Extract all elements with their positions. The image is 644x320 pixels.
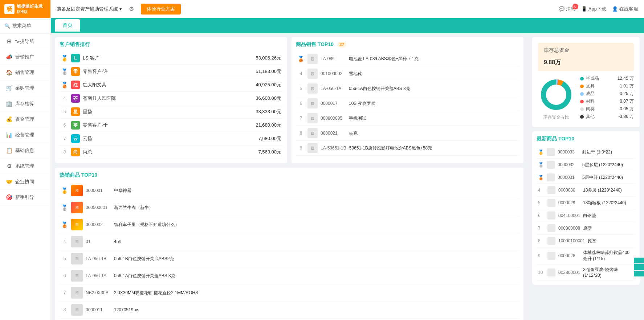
list-item: 🥇 0000033 封边带 (1.0*22) xyxy=(537,146,635,159)
table-row: 4 🖼 001000002 雪地靴 xyxy=(296,66,519,81)
xinshou-icon: 🎯 xyxy=(6,194,12,201)
product-thumbnail: 🖼 xyxy=(307,54,318,64)
system-title-dropdown[interactable]: 装备及固定资产辅助管理系统 ▾ xyxy=(57,6,122,12)
sidebar-item-qiye[interactable]: 🤝 企业协同 xyxy=(0,174,50,190)
stock-donut-chart xyxy=(538,77,574,113)
float-live[interactable]: 直播 xyxy=(634,271,644,276)
bestseller-list: 🥇 图 0000001 中华神器 🥈 图 000500001 新西兰牛肉（新牛）… xyxy=(60,182,519,320)
sidebar-item-label: 销售管理 xyxy=(15,69,34,76)
bestseller-title: 热销商品 TOP10 xyxy=(60,172,519,179)
stock-unit: 万 xyxy=(555,59,561,65)
product-thumbnail: 图 xyxy=(71,270,83,282)
sidebar-item-label: 库存核算 xyxy=(15,100,34,107)
list-item: 🥉 0000031 5层中纤 (1220*2440) xyxy=(537,171,635,184)
table-row: 🥉 红 红太阳文具 40,925.00元 xyxy=(60,78,283,92)
legend-dot xyxy=(580,77,584,81)
product-thumbnail: 图 xyxy=(71,287,83,299)
legend-item: 肉类 -0.05 万 xyxy=(580,106,634,112)
product-thumbnail xyxy=(547,212,555,220)
legend-item: 材料 0.07 万 xyxy=(580,98,634,104)
medal-silver-icon: 🥈 xyxy=(61,204,68,211)
customer-ranking-title: 客户销售排行 xyxy=(60,41,283,48)
search-menu-button[interactable]: 🔍 搜索菜单 xyxy=(4,21,46,30)
top-products-sold-list: 🥉 🖼 LA-089 电池盖 LA-089 ABS本色+黑种 7.1克 4 🖼 … xyxy=(296,52,519,156)
product-thumbnail: 图 xyxy=(71,304,83,316)
table-row: 8 🖼 0000021 夹克 xyxy=(296,126,519,141)
table-row: 4 图 01 45# xyxy=(60,233,519,250)
table-row: 🥇 图 0000001 中华神器 xyxy=(60,182,519,199)
trial-button[interactable]: 体验行业方案 xyxy=(141,4,181,15)
stock-highlight: 库存总资金 9.88万 xyxy=(538,43,634,71)
stock-title: 库存总资金 xyxy=(544,47,628,54)
sidebar-item-kuaijie[interactable]: ⊞ 快捷导航 xyxy=(0,34,50,49)
sidebar-item-caigou[interactable]: 🛒 采购管理 xyxy=(0,81,50,96)
legend-dot xyxy=(580,92,584,96)
sidebar-item-kucun[interactable]: 🏢 库存核算 xyxy=(0,96,50,112)
topbar: 装备及固定资产辅助管理系统 ▾ ⚙ 体验行业方案 💬 消息 6 📱 App下载 … xyxy=(51,0,644,18)
xitong-icon: ⚙ xyxy=(6,163,12,169)
medal-bronze-icon: 🥉 xyxy=(61,82,68,89)
new-products-title-highlight: TOP10 xyxy=(558,136,574,141)
product-thumbnail: 🖼 xyxy=(307,128,318,138)
table-row: 5 🖼 LA-056-1A 056-1A白色按键开关盖ABS 3壳 xyxy=(296,81,519,96)
legend-item: 半成品 12.45 万 xyxy=(580,75,634,82)
customer-avatar: 云 xyxy=(71,134,80,143)
online-service-button[interactable]: 👤 在线客服 xyxy=(612,6,638,12)
customer-avatar: 星 xyxy=(71,107,80,116)
float-community[interactable]: 服务社区 xyxy=(634,264,644,270)
sidebar-item-xinshou[interactable]: 🎯 新手引导 xyxy=(0,190,50,205)
left-section: 客户销售排行 🥇 L LS 客户 53,006.26元 🥈 零 零售客户·许 xyxy=(51,33,528,320)
float-customer-service[interactable]: 客服热线 xyxy=(634,258,644,263)
jingying-icon: 📊 xyxy=(6,132,12,138)
table-row: 7 云 云扬 7,680.00元 xyxy=(60,132,283,145)
service-icon: 👤 xyxy=(612,6,618,12)
product-thumbnail xyxy=(547,268,555,276)
sidebar-item-jingying[interactable]: 📊 经营管理 xyxy=(0,127,50,143)
table-row: 🥉 图 0000002 智利车子里（规格不知道填什么） xyxy=(60,216,519,233)
donut-container: 库存资金占比 半成品 12.45 万 文具 1.01 万 xyxy=(538,75,634,121)
customer-avatar: 红 xyxy=(71,81,80,89)
jichu-icon: 📋 xyxy=(6,147,12,154)
sidebar-item-label: 采购管理 xyxy=(15,85,34,91)
legend-dot xyxy=(580,115,584,119)
sidebar-item-xitong[interactable]: ⚙ 系统管理 xyxy=(0,159,50,174)
sidebar-item-xiaoshou[interactable]: 🏠 销售管理 xyxy=(0,65,50,81)
topbar-right: 💬 消息 6 📱 App下载 👤 在线客服 xyxy=(559,6,638,12)
app-name: 畅捷通好生意 xyxy=(17,4,43,9)
sidebar-item-label: 基础信息 xyxy=(15,147,34,154)
table-row: 9 🖼 LA-59651-1B 59651-1B旋转投影灯电池盒ABS黑色+58… xyxy=(296,141,519,156)
medal-gold-icon: 🥇 xyxy=(61,187,68,194)
stock-amount: 9.88万 xyxy=(544,55,628,67)
sidebar-item-yingxiao[interactable]: 📣 营销推广 xyxy=(0,49,50,65)
donut-legend: 半成品 12.45 万 文具 1.01 万 成品 0.25 万 xyxy=(580,75,634,121)
tab-home[interactable]: 首页 xyxy=(55,19,80,32)
kucun-icon: 🏢 xyxy=(6,100,12,107)
new-products-card: 最新商品 TOP10 🥇 0000033 封边带 (1.0*22) 🥈 0000… xyxy=(532,131,640,285)
list-item: 6 004100001 白钢垫 xyxy=(537,209,635,222)
sidebar-item-label: 企业协同 xyxy=(15,179,34,185)
bestseller-card: 热销商品 TOP10 🥇 图 0000001 中华神器 🥈 图 00050000… xyxy=(55,168,523,320)
legend-dot xyxy=(580,85,584,88)
system-title: 装备及固定资产辅助管理系统 xyxy=(57,6,118,12)
product-thumbnail: 🖼 xyxy=(307,113,318,123)
product-thumbnail: 🖼 xyxy=(307,143,318,153)
stock-chart-label: 库存资金占比 xyxy=(543,114,569,120)
message-button[interactable]: 💬 消息 6 xyxy=(559,6,575,12)
sidebar-item-label: 资金管理 xyxy=(15,116,34,123)
chevron-down-icon: ▾ xyxy=(119,6,122,12)
sidebar-item-jichu[interactable]: 📋 基础信息 xyxy=(0,143,50,159)
sidebar-item-zijin[interactable]: 💰 资金管理 xyxy=(0,112,50,127)
table-row: 8 尚 尚总 7,563.00元 xyxy=(60,145,283,159)
message-badge: 6 xyxy=(572,4,578,9)
legend-dot xyxy=(580,100,584,103)
page-body: 客户销售排行 🥇 L LS 客户 53,006.26元 🥈 零 零售客户·许 xyxy=(51,33,644,320)
customer-avatar: 尚 xyxy=(71,148,80,156)
qiye-icon: 🤝 xyxy=(6,179,12,185)
kuaijie-icon: ⊞ xyxy=(6,38,12,45)
top-products-sold-card: 商品销售 TOP10 27 🥉 🖼 LA-089 电池盖 LA-089 ABS本… xyxy=(292,37,523,163)
app-download-button[interactable]: 📱 App下载 xyxy=(581,6,606,12)
table-row: 6 🖼 0000017 10S 变刹罗候 xyxy=(296,96,519,111)
customer-avatar: 零 xyxy=(71,121,80,130)
settings-button[interactable]: ⚙ xyxy=(126,4,136,14)
list-item: 9 0000028 体械荔枝味苏打饮品400毫升 (1*15) xyxy=(537,247,635,264)
